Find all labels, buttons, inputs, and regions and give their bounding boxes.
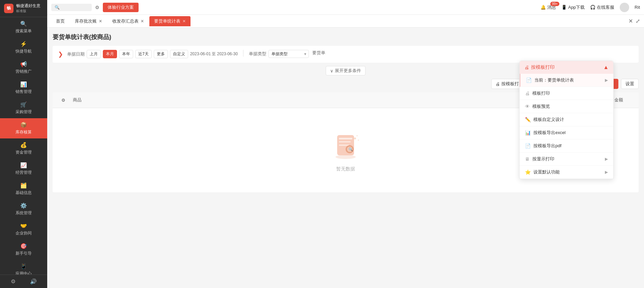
tab-receipt-summary[interactable]: 收发存汇总表✕ [108, 16, 149, 26]
sidebar-label-search: 搜索菜单 [16, 28, 32, 34]
tab-order-stats[interactable]: 要货单统计表✕ [149, 16, 191, 26]
expand-icon: ∨ [330, 68, 333, 73]
template-custom-icon: ✏️ [525, 117, 531, 122]
template-pdf-label: 按模板导出pdf [533, 143, 561, 149]
print-item-template-pdf[interactable]: 📄按模板导出pdf [520, 139, 613, 153]
sidebar-label-inventory: 库存核算 [16, 129, 32, 135]
topbar-search[interactable]: 🔍 [51, 4, 92, 11]
type-select[interactable]: 单据类型 [268, 50, 309, 58]
sidebar-item-purchase[interactable]: 🛒采购管理 [0, 98, 47, 118]
filter-collapse-icon[interactable]: ❯ [57, 50, 64, 59]
app-download-button[interactable]: 📱 App下载 [561, 4, 585, 10]
topbar: 🔍 ⚙ 体验行业方案 🔔 消息 99+ 📱 App下载 🎧 在线客服 Rit [47, 0, 644, 15]
basic-icon: 🗂️ [20, 182, 27, 189]
sidebar-item-sales[interactable]: 📊销售管理 [0, 78, 47, 98]
th-settings: ⚙ [57, 96, 70, 104]
system-icon: ⚙️ [20, 202, 27, 209]
maximize-window-icon[interactable]: ⤢ [636, 18, 640, 24]
date-label: 单据日期 [67, 51, 85, 57]
service-button[interactable]: 🎧 在线客服 [590, 4, 614, 10]
print-item-template-custom[interactable]: ✏️模板自定义设计 [520, 113, 613, 126]
sidebar-item-inventory[interactable]: 📦库存核算 [0, 118, 47, 138]
tab-label-home: 首页 [56, 18, 65, 24]
tab-label-inventory-batch: 库存批次账 [75, 18, 97, 24]
sidebar-item-finance[interactable]: 💰资金管理 [0, 138, 47, 159]
close-window-icon[interactable]: ✕ [628, 18, 633, 24]
sidebar-item-quicknav[interactable]: ⚡快捷导航 [0, 37, 47, 58]
settings-table-button[interactable]: 设置 [621, 79, 639, 89]
sidebar-item-system[interactable]: ⚙️系统管理 [0, 199, 47, 219]
bell-icon: 🔔 [540, 5, 546, 10]
print-item-template-preview[interactable]: 👁模板预览 [520, 100, 613, 113]
display-print-label: 按显示打印 [532, 156, 554, 162]
sidebar-label-collab: 企业协同 [16, 230, 32, 236]
th-product: 商品 [70, 96, 527, 104]
avatar[interactable] [620, 3, 629, 12]
topbar-right: 🔔 消息 99+ 📱 App下载 🎧 在线客服 Rit [540, 3, 640, 12]
apps-icon: 📱 [20, 263, 27, 269]
tab-close-inventory-batch[interactable]: ✕ [99, 19, 102, 24]
app-label: App下载 [568, 4, 585, 10]
tab-close-receipt-summary[interactable]: ✕ [141, 19, 144, 24]
sidebar-item-basic[interactable]: 🗂️基础信息 [0, 179, 47, 199]
marketing-icon: 📢 [20, 61, 27, 67]
sidebar-item-search[interactable]: 🔍搜索菜单 [0, 17, 47, 37]
empty-illustration: 🔍 [329, 128, 362, 162]
sound-icon[interactable]: 🔊 [30, 278, 37, 285]
print-dropdown: 🖨 按模板打印 ▲ 📄 当前：要货单统计表 ▶ 🖨模板打印👁模板预览✏️模板自定… [519, 61, 614, 179]
template-preview-label: 模板预览 [532, 103, 550, 109]
svg-rect-2 [339, 138, 352, 139]
current-template-label: 当前：要货单统计表 [534, 77, 574, 83]
date-current-month[interactable]: 本月 [103, 50, 117, 58]
date-7days[interactable]: 近7天 [135, 50, 152, 58]
date-prev-month[interactable]: 上月 [87, 50, 101, 58]
date-year[interactable]: 本年 [119, 50, 133, 58]
inventory-icon: 📦 [20, 122, 27, 128]
trial-button[interactable]: 体验行业方案 [103, 3, 139, 12]
date-more[interactable]: 更多 [154, 50, 168, 58]
sidebar-label-operation: 经营管理 [16, 170, 32, 175]
print-item-template-print[interactable]: 🖨模板打印 [520, 87, 613, 100]
tab-home[interactable]: 首页 [51, 16, 69, 26]
service-label: 在线客服 [597, 4, 614, 10]
current-arrow-icon: ▶ [605, 78, 608, 83]
sidebar-item-operation[interactable]: 📈经营管理 [0, 159, 47, 179]
order-filter-section: 要货单 [312, 50, 325, 56]
quicknav-icon: ⚡ [20, 41, 27, 47]
tab-close-order-stats[interactable]: ✕ [182, 19, 186, 24]
current-template-item[interactable]: 📄 当前：要货单统计表 ▶ [520, 74, 613, 87]
print-title-text: 按模板打印 [531, 64, 555, 70]
topbar-gear-icon[interactable]: ⚙ [95, 5, 99, 10]
template-print-icon: 🖨 [525, 91, 530, 96]
app-logo: 畅 畅捷通好生意 标准版 [0, 0, 47, 17]
print-item-display-print[interactable]: 🖥按显示打印▶ [520, 153, 613, 166]
filter-bar: ❯ 单据日期 上月 本月 本年 近7天 更多 自定义 2023-06-01 至 … [53, 46, 639, 63]
tab-inventory-batch[interactable]: 库存批次账✕ [70, 16, 107, 26]
sidebar-item-apps[interactable]: 📱应用中心 [0, 260, 47, 275]
sidebar-item-newbie[interactable]: 🎯新手引导 [0, 239, 47, 260]
print-item-default-func[interactable]: ⭐设置默认功能▶ [520, 166, 613, 179]
print-dropdown-close-icon[interactable]: ▲ [603, 64, 609, 70]
notice-badge: 99+ [550, 2, 559, 6]
settings-icon[interactable]: ⚙ [11, 278, 16, 285]
template-pdf-icon: 📄 [525, 143, 531, 149]
username-label[interactable]: Rit [635, 5, 640, 10]
sidebar-bottom: ⚙ 🔊 [0, 275, 47, 288]
search-icon: 🔍 [20, 21, 27, 27]
sidebar-item-collab[interactable]: 🤝企业协同 [0, 219, 47, 239]
print-item-template-excel[interactable]: 📊按模板导出excel [520, 126, 613, 139]
sidebar: 畅 畅捷通好生意 标准版 🔍搜索菜单⚡快捷导航📢营销推广📊销售管理🛒采购管理📦库… [0, 0, 47, 288]
settings-label: 设置 [625, 81, 634, 87]
default-func-label: 设置默认功能 [533, 169, 560, 175]
notice-button[interactable]: 🔔 消息 99+ [540, 4, 556, 10]
logo-icon: 畅 [4, 4, 13, 13]
sidebar-item-marketing[interactable]: 📢营销推广 [0, 58, 47, 78]
expand-more-button[interactable]: ∨ 展开更多条件 [326, 66, 365, 75]
mobile-icon: 📱 [561, 5, 567, 10]
template-excel-label: 按模板导出excel [533, 130, 565, 136]
display-print-icon: 🖥 [525, 156, 530, 162]
print-dropdown-title: 🖨 按模板打印 [524, 64, 555, 70]
date-custom[interactable]: 自定义 [170, 50, 188, 58]
template-excel-icon: 📊 [525, 130, 531, 135]
print-icon: 🖨 [496, 82, 500, 87]
